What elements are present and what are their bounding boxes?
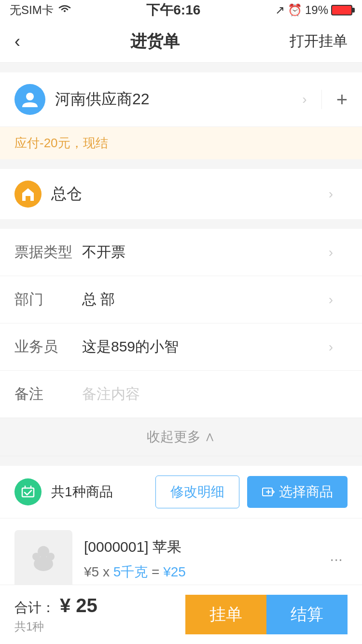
nav-bar: ‹ 进货单 打开挂单 — [0, 20, 362, 63]
warehouse-row[interactable]: 总仓 › — [0, 169, 362, 219]
product-total: ¥25 — [163, 564, 186, 579]
settle-button[interactable]: 结算 — [266, 595, 348, 634]
footer-actions: 挂单 结算 — [185, 595, 348, 634]
product-code: [0000001] — [84, 539, 148, 555]
total-amount: ¥ 25 — [60, 595, 97, 616]
dept-label: 部门 — [14, 290, 72, 309]
chevron-right-icon: › — [302, 92, 306, 107]
product-more-button[interactable]: ··· — [325, 546, 348, 573]
status-time: 下午6:16 — [146, 1, 200, 19]
footer: 合计： ¥ 25 共1种 挂单 结算 — [0, 585, 362, 644]
alarm-icon: ⏰ — [288, 3, 302, 17]
dept-value: 总 部 — [72, 290, 329, 309]
warehouse-section[interactable]: 总仓 › — [0, 169, 362, 219]
gap-2 — [0, 159, 362, 169]
open-hang-button[interactable]: 打开挂单 — [290, 31, 348, 51]
product-equals: = — [152, 564, 163, 579]
product-header: 共1种商品 修改明细 选择商品 — [0, 466, 362, 518]
hang-button[interactable]: 挂单 — [185, 595, 266, 634]
invoice-chevron-icon: › — [329, 245, 333, 260]
product-section: 共1种商品 修改明细 选择商品 — [0, 466, 362, 600]
carrier-text: 无SIM卡 — [10, 2, 54, 18]
product-quantity: 5千克 — [113, 564, 148, 579]
battery-percent: 19% — [305, 3, 328, 17]
footer-total: 合计： ¥ 25 共1种 — [14, 595, 185, 634]
warehouse-chevron-icon: › — [329, 186, 333, 202]
svg-point-0 — [26, 93, 34, 100]
supplier-section: 河南供应商22 › + 应付-20元，现结 — [0, 72, 362, 159]
product-title: 苹果 — [153, 539, 181, 555]
add-supplier-button[interactable]: + — [336, 89, 348, 111]
sales-label: 业务员 — [14, 337, 72, 357]
status-left: 无SIM卡 — [10, 2, 72, 18]
select-product-label: 选择商品 — [279, 483, 333, 501]
supplier-divider — [321, 90, 322, 109]
svg-point-6 — [32, 553, 40, 560]
wifi-icon — [57, 3, 72, 17]
svg-point-7 — [47, 553, 55, 560]
invoice-label: 票据类型 — [14, 242, 72, 262]
total-label: 合计： — [14, 599, 55, 617]
svg-rect-1 — [26, 196, 30, 201]
svg-rect-2 — [22, 488, 34, 497]
product-info: [0000001] 苹果 ¥5 x 5千克 = ¥25 — [84, 537, 325, 581]
product-multiply: x — [103, 564, 113, 579]
remark-label: 备注 — [14, 384, 72, 404]
status-bar: 无SIM卡 下午6:16 ↗ ⏰ 19% — [0, 0, 362, 20]
product-thumbnail — [14, 530, 72, 588]
back-button[interactable]: ‹ — [14, 31, 20, 52]
edit-detail-button[interactable]: 修改明细 — [155, 476, 239, 508]
remark-row[interactable]: 备注 备注内容 — [0, 370, 362, 418]
warehouse-name: 总仓 — [51, 183, 329, 205]
battery-icon — [331, 5, 352, 15]
invoice-value: 不开票 — [72, 242, 329, 262]
dept-row[interactable]: 部门 总 部 › — [0, 276, 362, 323]
form-section: 票据类型 不开票 › 部门 总 部 › 业务员 这是859的小智 › 备注 备注… — [0, 229, 362, 418]
supplier-avatar — [14, 84, 45, 115]
product-price: ¥5 — [84, 564, 99, 579]
invoice-row[interactable]: 票据类型 不开票 › — [0, 229, 362, 276]
gap-3 — [0, 219, 362, 229]
supplier-alert: 应付-20元，现结 — [0, 127, 362, 159]
sales-row[interactable]: 业务员 这是859的小智 › — [0, 323, 362, 370]
footer-count: 共1种 — [14, 619, 185, 634]
page-title: 进货单 — [130, 30, 180, 53]
footer-total-line: 合计： ¥ 25 — [14, 595, 185, 617]
dept-chevron-icon: › — [329, 292, 333, 308]
status-right: ↗ ⏰ 19% — [275, 3, 352, 17]
supplier-row[interactable]: 河南供应商22 › + — [0, 72, 362, 127]
collapse-button[interactable]: 收起更多 ∧ — [0, 418, 362, 456]
select-product-button[interactable]: 选择商品 — [247, 476, 348, 508]
gap-1 — [0, 63, 362, 72]
product-name: [0000001] 苹果 — [84, 537, 325, 557]
warehouse-icon — [14, 181, 42, 208]
location-icon: ↗ — [275, 3, 285, 17]
gap-4 — [0, 456, 362, 466]
product-count-icon — [14, 478, 42, 505]
product-price-line: ¥5 x 5千克 = ¥25 — [84, 563, 325, 581]
remark-value[interactable]: 备注内容 — [72, 384, 348, 404]
sales-value: 这是859的小智 — [72, 337, 329, 357]
product-count-text: 共1种商品 — [51, 483, 155, 501]
supplier-name: 河南供应商22 — [55, 89, 302, 110]
sales-chevron-icon: › — [329, 339, 333, 355]
